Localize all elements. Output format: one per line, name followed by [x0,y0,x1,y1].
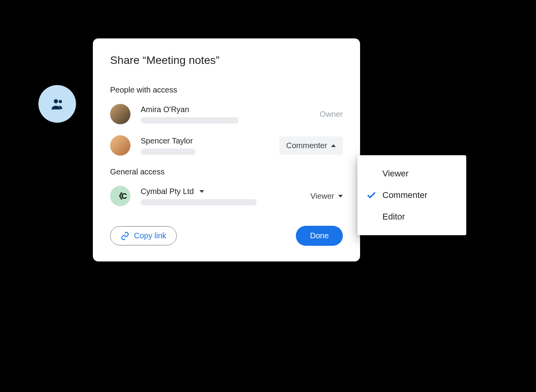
role-menu-item-viewer[interactable]: Viewer [357,163,466,184]
avatar [110,135,130,156]
role-menu-item-label: Viewer [382,169,409,179]
email-placeholder [141,149,196,155]
description-placeholder [141,199,257,205]
email-placeholder [141,117,239,123]
role-menu-item-label: Commenter [382,190,427,200]
role-menu-item-label: Editor [382,212,405,222]
share-dialog: Share “Meeting notes” People with access… [93,38,360,261]
role-dropdown-commenter[interactable]: Commenter [279,136,343,155]
general-access-label: General access [110,167,343,176]
dialog-title: Share “Meeting notes” [110,54,343,67]
copy-link-label: Copy link [134,231,166,240]
avatar [110,104,130,124]
person-row: Spencer Taylor Commenter [110,134,343,156]
check-icon [366,190,377,201]
general-role-dropdown[interactable]: Viewer [310,192,343,201]
people-badge [38,85,76,123]
role-menu-item-editor[interactable]: Editor [357,206,466,227]
link-icon [121,232,129,240]
role-menu: Viewer Commenter Editor [357,155,466,235]
org-name-dropdown[interactable]: Cymbal Pty Ltd [141,187,204,196]
svg-point-1 [59,100,62,103]
person-name: Amira O'Ryan [141,105,320,114]
person-row: Amira O'Ryan Owner [110,103,343,125]
general-access-row: 《C Cymbal Pty Ltd Viewer [110,185,343,207]
role-menu-item-commenter[interactable]: Commenter [357,184,466,206]
general-role-label: Viewer [310,192,334,201]
chevron-down-icon [199,190,204,193]
check-slot [366,190,382,201]
role-label-owner: Owner [320,110,343,119]
person-name: Spencer Taylor [141,136,279,145]
done-button[interactable]: Done [296,226,343,246]
role-dropdown-label: Commenter [286,141,327,150]
chevron-up-icon [331,144,336,147]
svg-point-0 [54,99,58,103]
org-name-label: Cymbal Pty Ltd [141,187,194,196]
people-icon [49,96,65,112]
copy-link-button[interactable]: Copy link [110,226,177,245]
chevron-down-icon [338,195,343,198]
org-avatar: 《C [110,186,130,206]
people-with-access-label: People with access [110,85,343,94]
